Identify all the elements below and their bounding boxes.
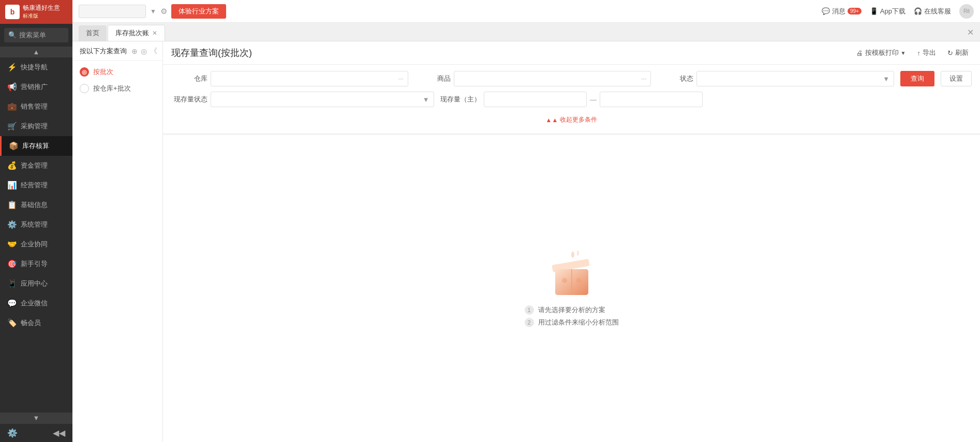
- empty-step-2: 2 用过滤条件来缩小分析范围: [525, 318, 619, 327]
- sidebar-footer: ⚙️ ◀◀: [0, 423, 72, 442]
- refresh-icon: ↻: [947, 49, 953, 57]
- range-dash: —: [590, 96, 597, 104]
- step-1-num: 1: [525, 305, 534, 315]
- svg-point-7: [576, 278, 582, 283]
- apps-icon: 📱: [7, 279, 17, 288]
- sidebar-scroll-down[interactable]: ▼: [0, 412, 72, 423]
- scheme-item-by-batch[interactable]: ◎ 按批次: [72, 64, 162, 80]
- stock-qty-max-input[interactable]: [600, 92, 703, 107]
- stock-qty-filter: 现存量（主） —: [440, 92, 703, 107]
- app-name: 畅康通好生意: [23, 4, 60, 12]
- step-2-num: 2: [525, 318, 534, 327]
- scheme-item-label: 按仓库+批次: [93, 84, 131, 93]
- sidebar-item-operations[interactable]: 📊 经营管理: [0, 175, 72, 195]
- stock-qty-min-input[interactable]: [484, 92, 587, 107]
- product-input[interactable]: [458, 75, 640, 83]
- export-label: 导出: [923, 48, 936, 57]
- svg-point-0: [571, 252, 574, 258]
- query-button[interactable]: 查询: [900, 71, 934, 86]
- sidebar-item-wechat[interactable]: 💬 企业微信: [0, 293, 72, 313]
- scheme-panel-title: 按以下方案查询: [80, 47, 127, 56]
- topbar-dropdown-arrow[interactable]: ▼: [150, 8, 156, 15]
- search-icon: 🔍: [8, 31, 17, 39]
- sidebar-nav: ⚡ 快捷导航 📢 营销推广 💼 销售管理 🛒 采购管理 📦 库存核算 💰 资金管…: [0, 57, 72, 412]
- query-panel: 现存量查询(按批次) 🖨 按模板打印 ▼ ↑ 导出 ↻ 刷新: [163, 41, 980, 442]
- filter-collapse-button[interactable]: ▲▲ 收起更多条件: [171, 112, 972, 127]
- empty-illustration: [546, 251, 598, 297]
- topbar: ▼ ⚙ 体验行业方案 💬 消息 99+ 📱 App下载 🎧 在线客服 Rit: [72, 0, 980, 23]
- status-dropdown[interactable]: ▼: [696, 71, 894, 86]
- sidebar-item-apps[interactable]: 📱 应用中心: [0, 274, 72, 293]
- query-header-actions: 🖨 按模板打印 ▼ ↑ 导出 ↻ 刷新: [853, 47, 972, 59]
- messages-button[interactable]: 💬 消息 99+: [822, 7, 862, 16]
- collab-icon: 🤝: [7, 240, 17, 249]
- stock-qty-range: —: [484, 92, 703, 107]
- try-industry-plan-button[interactable]: 体验行业方案: [171, 4, 226, 19]
- svg-point-1: [577, 251, 579, 256]
- manage-scheme-icon[interactable]: ◎: [141, 47, 147, 55]
- status-chevron-icon: ▼: [883, 75, 889, 83]
- messages-label: 消息: [832, 7, 845, 16]
- query-header: 现存量查询(按批次) 🖨 按模板打印 ▼ ↑ 导出 ↻ 刷新: [163, 41, 980, 65]
- tab-home-label: 首页: [86, 28, 99, 38]
- stock-status-dropdown[interactable]: ▼: [211, 92, 434, 107]
- print-template-button[interactable]: 🖨 按模板打印 ▼: [853, 47, 909, 59]
- sidebar-item-inventory[interactable]: 📦 库存核算: [0, 136, 72, 156]
- app-logo: b: [5, 5, 20, 19]
- app-download-button[interactable]: 📱 App下载: [870, 7, 905, 16]
- refresh-button[interactable]: ↻ 刷新: [944, 47, 972, 59]
- collapse-sidebar-icon[interactable]: ◀◀: [53, 428, 65, 438]
- product-more-icon[interactable]: ···: [641, 75, 646, 82]
- system-icon: ⚙️: [7, 220, 17, 229]
- basic-icon: 📋: [7, 200, 17, 210]
- warehouse-filter: 仓库 ···: [171, 71, 408, 86]
- step-2-text: 用过滤条件来缩小分析范围: [538, 318, 619, 327]
- sidebar-item-label: 经营管理: [21, 181, 48, 190]
- tab-inventory-batch[interactable]: 库存批次账 ✕: [108, 25, 165, 41]
- print-dropdown-icon[interactable]: ▼: [901, 50, 906, 56]
- warehouse-more-icon[interactable]: ···: [398, 75, 404, 82]
- tabbar-global-close-icon[interactable]: ✕: [967, 27, 974, 37]
- sidebar-item-collab[interactable]: 🤝 企业协同: [0, 234, 72, 254]
- sidebar-search-area[interactable]: 🔍 搜索菜单: [0, 24, 72, 47]
- warehouse-input-wrap[interactable]: ···: [211, 71, 408, 86]
- member-icon: 🏷️: [7, 318, 17, 328]
- export-button[interactable]: ↑ 导出: [914, 47, 940, 59]
- tab-close-icon[interactable]: ✕: [152, 30, 157, 37]
- scheme-item-by-warehouse-batch[interactable]: 按仓库+批次: [72, 80, 162, 97]
- tabbar: 首页 库存批次账 ✕ ✕: [72, 23, 980, 41]
- collapse-scheme-icon[interactable]: 《: [150, 47, 157, 56]
- user-avatar-button[interactable]: Rit: [959, 4, 974, 19]
- empty-svg-illustration: [546, 251, 598, 297]
- sidebar-item-basic[interactable]: 📋 基础信息: [0, 195, 72, 215]
- wechat-icon: 💬: [7, 299, 17, 308]
- tab-home[interactable]: 首页: [79, 25, 107, 41]
- sidebar-scroll-up[interactable]: ▲: [0, 47, 72, 57]
- settings-footer-icon[interactable]: ⚙️: [7, 428, 18, 438]
- print-icon: 🖨: [856, 49, 863, 57]
- sidebar-item-marketing[interactable]: 📢 营销推广: [0, 77, 72, 97]
- settings-button[interactable]: 设置: [941, 71, 972, 86]
- sidebar-item-finance[interactable]: 💰 资金管理: [0, 156, 72, 175]
- sidebar-item-member[interactable]: 🏷️ 畅会员: [0, 313, 72, 333]
- warehouse-input[interactable]: [215, 75, 396, 83]
- customer-service-button[interactable]: 🎧 在线客服: [914, 7, 951, 16]
- sidebar-item-label: 销售管理: [21, 102, 48, 111]
- scheme-dot-active: ◎: [80, 67, 89, 77]
- sidebar-item-purchase[interactable]: 🛒 采购管理: [0, 116, 72, 136]
- sidebar-item-sales[interactable]: 💼 销售管理: [0, 97, 72, 116]
- sidebar-item-label: 基础信息: [21, 200, 48, 210]
- app-info: 畅康通好生意 标准版: [23, 4, 60, 20]
- product-input-wrap[interactable]: ···: [454, 71, 651, 86]
- topbar-gear-icon[interactable]: ⚙: [160, 7, 167, 16]
- sidebar-item-label: 畅会员: [21, 318, 41, 328]
- sidebar-item-label: 企业微信: [21, 299, 48, 308]
- sidebar-item-system[interactable]: ⚙️ 系统管理: [0, 215, 72, 234]
- sidebar-item-quick-nav[interactable]: ⚡ 快捷导航: [0, 57, 72, 77]
- sidebar-item-guide[interactable]: 🎯 新手引导: [0, 254, 72, 274]
- add-scheme-icon[interactable]: ⊕: [131, 47, 138, 55]
- search-menu-button[interactable]: 🔍 搜索菜单: [4, 28, 68, 42]
- topbar-search-input[interactable]: [79, 5, 146, 18]
- operations-icon: 📊: [7, 181, 17, 190]
- collapse-up-icon: ▲▲: [546, 116, 558, 124]
